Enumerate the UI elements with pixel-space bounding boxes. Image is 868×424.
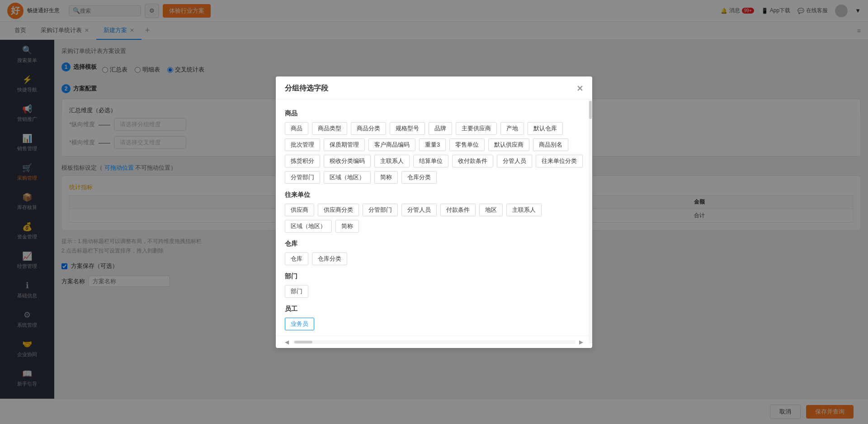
chip-goods-12[interactable]: 零售单位	[449, 138, 485, 151]
chip-goods-4[interactable]: 品牌	[429, 122, 452, 135]
chip-partner-0[interactable]: 供应商	[285, 204, 314, 216]
modal-overlay: 分组待选字段 ✕ 商品 商品 商品类型 商品分类 规格型号 品牌 主要供应商 产…	[0, 0, 868, 424]
chip-goods-19[interactable]: 收付款条件	[452, 155, 493, 167]
scroll-left-arrow[interactable]: ◀	[285, 339, 289, 345]
chip-partner-5[interactable]: 地区	[479, 204, 503, 216]
horizontal-scroll-thumb	[294, 341, 312, 343]
chip-goods-21[interactable]: 往来单位分类	[536, 155, 583, 167]
section-title-goods: 商品	[285, 110, 583, 118]
chip-goods-22[interactable]: 分管部门	[285, 171, 320, 184]
chip-warehouse-1[interactable]: 仓库分类	[312, 252, 347, 265]
chip-partner-2[interactable]: 分管部门	[363, 204, 398, 216]
dialog-header: 分组待选字段 ✕	[276, 76, 592, 100]
chip-goods-5[interactable]: 主要供应商	[456, 122, 497, 135]
chip-goods-25[interactable]: 仓库分类	[401, 171, 437, 184]
chip-partner-4[interactable]: 付款条件	[440, 204, 476, 216]
dialog-title: 分组待选字段	[285, 84, 328, 93]
chip-goods-15[interactable]: 拣货积分	[285, 155, 320, 167]
chip-goods-10[interactable]: 客户商品编码	[368, 138, 415, 151]
horizontal-scrollbar[interactable]	[292, 340, 576, 344]
chip-goods-20[interactable]: 分管人员	[497, 155, 532, 167]
chip-goods-7[interactable]: 默认仓库	[528, 122, 563, 135]
section-title-dept: 部门	[285, 272, 583, 281]
field-chips-partner: 供应商 供应商分类 分管部门 分管人员 付款条件 地区 主联系人 区域（地区） …	[285, 204, 583, 233]
chip-goods-3[interactable]: 规格型号	[390, 122, 425, 135]
section-title-staff: 员工	[285, 305, 583, 313]
section-title-warehouse: 仓库	[285, 240, 583, 248]
chip-staff-0[interactable]: 业务员	[285, 318, 314, 330]
vertical-scrollbar-track	[589, 99, 592, 343]
chip-goods-1[interactable]: 商品类型	[312, 122, 347, 135]
scroll-right-arrow[interactable]: ▶	[579, 339, 583, 345]
chip-goods-9[interactable]: 保质期管理	[324, 138, 365, 151]
chip-partner-1[interactable]: 供应商分类	[318, 204, 359, 216]
chip-goods-13[interactable]: 默认供应商	[488, 138, 529, 151]
chip-goods-17[interactable]: 主联系人	[374, 155, 410, 167]
chip-goods-11[interactable]: 重量3	[419, 138, 446, 151]
dialog-body: 商品 商品 商品类型 商品分类 规格型号 品牌 主要供应商 产地 默认仓库 批次…	[276, 100, 592, 336]
chip-partner-6[interactable]: 主联系人	[506, 204, 542, 216]
chip-goods-16[interactable]: 税收分类编码	[324, 155, 371, 167]
chip-goods-23[interactable]: 区域（地区）	[324, 171, 371, 184]
chip-partner-8[interactable]: 简称	[335, 220, 359, 233]
dialog-close-button[interactable]: ✕	[576, 84, 583, 94]
chip-goods-0[interactable]: 商品	[285, 122, 308, 135]
chip-goods-18[interactable]: 结算单位	[413, 155, 448, 167]
chip-goods-14[interactable]: 商品别名	[533, 138, 568, 151]
section-title-partner: 往来单位	[285, 191, 583, 199]
field-selection-dialog: 分组待选字段 ✕ 商品 商品 商品类型 商品分类 规格型号 品牌 主要供应商 产…	[276, 76, 592, 348]
field-chips-goods: 商品 商品类型 商品分类 规格型号 品牌 主要供应商 产地 默认仓库 批次管理 …	[285, 122, 583, 184]
chip-partner-3[interactable]: 分管人员	[401, 204, 437, 216]
chip-partner-7[interactable]: 区域（地区）	[285, 220, 332, 233]
chip-goods-8[interactable]: 批次管理	[285, 138, 320, 151]
chip-goods-6[interactable]: 产地	[500, 122, 524, 135]
field-chips-warehouse: 仓库 仓库分类	[285, 252, 583, 265]
chip-goods-2[interactable]: 商品分类	[351, 122, 386, 135]
chip-dept-0[interactable]: 部门	[285, 285, 308, 298]
vertical-scroll-thumb[interactable]	[589, 101, 592, 119]
chip-goods-24[interactable]: 简称	[374, 171, 398, 184]
chip-warehouse-0[interactable]: 仓库	[285, 252, 308, 265]
field-chips-dept: 部门	[285, 285, 583, 298]
dialog-footer-scrollbar: ◀ ▶	[276, 336, 592, 348]
field-chips-staff: 业务员	[285, 318, 583, 330]
